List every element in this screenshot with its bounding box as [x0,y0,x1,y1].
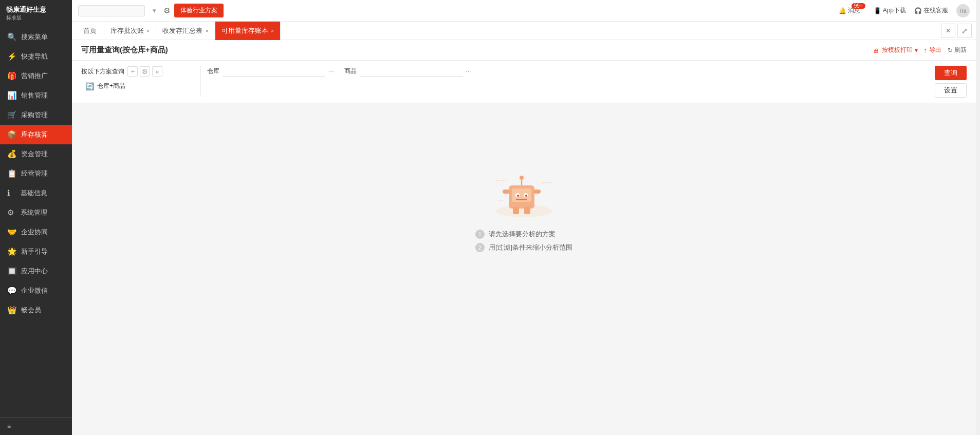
tab-home[interactable]: 首页 [76,22,104,40]
collapse-scheme-button[interactable]: « [152,66,162,77]
page-header: 可用量查询(按仓库+商品) 🖨 按模板打印 ▾ ↑ 导出 ↻ 刷新 [72,40,976,61]
add-scheme-button[interactable]: ＋ [127,66,138,77]
sidebar-item-newbie[interactable]: 🌟 新手引导 [0,242,72,261]
svg-rect-10 [513,207,519,214]
sidebar-item-inventory[interactable]: 📦 库存核算 [0,125,72,144]
main-content: ▾ ⚙ 体验行业方案 🔔 消息 99+ 📱 App下载 🎧 在线客服 Rit [72,0,976,435]
filter-divider [200,66,201,97]
wechat-icon: 💬 [7,286,17,295]
sidebar-item-label: 企业微信 [21,286,48,295]
sidebar-item-app-center[interactable]: 🔲 应用中心 [0,261,72,281]
goods-input[interactable] [360,66,463,77]
topbar-dropdown-icon[interactable]: ▾ [149,7,159,14]
empty-state-illustration [493,170,555,221]
tab-batch-account[interactable]: 库存批次账 × [104,22,156,40]
scheme-item-label: 仓库+商品 [97,82,125,90]
topbar-right: 🔔 消息 99+ 📱 App下载 🎧 在线客服 Rit [839,4,970,17]
sidebar-nav: 🔍 搜索菜单 ⚡ 快捷导航 🎁 营销推广 📊 销售管理 🛒 采购管理 📦 库存核… [0,27,72,417]
export-button[interactable]: ↑ 导出 [924,46,942,54]
sidebar-item-search[interactable]: 🔍 搜索菜单 [0,27,72,47]
sidebar-item-label: 新手引导 [21,247,48,256]
tab-batch-account-label: 库存批次账 [110,26,144,35]
quick-nav-icon: ⚡ [7,52,17,61]
export-label: 导出 [929,46,941,54]
basics-icon: ℹ [7,188,16,198]
hint-text-1: 请先选择要分析的方案 [489,230,556,239]
settings-button[interactable]: 设置 [935,83,967,98]
operations-icon: 📋 [7,169,17,178]
warehouse-input[interactable] [223,66,325,77]
export-icon: ↑ [924,46,928,54]
refresh-label: 刷新 [954,46,967,54]
close-all-tabs-button[interactable]: × [941,24,955,38]
app-center-icon: 🔲 [7,267,17,276]
filter-scheme-label: 按以下方案查询 [81,67,124,76]
sidebar-item-marketing[interactable]: 🎁 营销推广 [0,66,72,86]
hint-num-2: 2 [475,243,485,252]
warehouse-more-button[interactable]: ··· [328,67,334,75]
print-dropdown-icon[interactable]: ▾ [915,47,918,54]
headset-icon: 🎧 [914,7,922,14]
sales-icon: 📊 [7,91,17,100]
app-download-button[interactable]: 📱 App下载 [874,6,906,15]
user-name: Rit [959,8,966,14]
tab-available-ledger[interactable]: 可用量库存账本 × [215,22,281,40]
filter-area: 按以下方案查询 ＋ ⚙ « 🔄 仓库+商品 [72,61,976,103]
sidebar-item-label: 企业协同 [21,228,48,237]
scheme-active-icon: 🔄 [85,82,94,90]
online-service-button[interactable]: 🎧 在线客服 [914,6,948,15]
sidebar-item-label: 库存核算 [21,130,48,139]
sidebar: 畅康通好生意 标准版 🔍 搜索菜单 ⚡ 快捷导航 🎁 营销推广 📊 销售管理 🛒… [0,0,72,435]
user-avatar[interactable]: Rit [956,4,970,17]
tab-collect-summary[interactable]: 收发存汇总表 × [156,22,215,40]
message-button[interactable]: 🔔 消息 99+ [839,6,860,15]
trial-button[interactable]: 体验行业方案 [174,4,224,17]
bell-icon: 🔔 [839,7,846,14]
app-version: 标准版 [6,14,66,22]
scheme-item-warehouse-goods[interactable]: 🔄 仓库+商品 [81,80,162,92]
topbar-search-input[interactable] [78,5,145,16]
sidebar-item-label: 系统管理 [21,208,47,217]
sidebar-item-member[interactable]: 👑 畅会员 [0,300,72,320]
tab-available-ledger-label: 可用量库存账本 [221,26,268,35]
print-button[interactable]: 🖨 按模板打印 ▾ [873,46,918,54]
sidebar-item-sales[interactable]: 📊 销售管理 [0,86,72,105]
filter-fields: 仓库 ··· 商品 ··· [207,66,929,77]
svg-point-5 [517,195,519,197]
right-edge-scrollbar [976,0,980,435]
filter-field-goods: 商品 ··· [344,66,471,77]
empty-hint-1: 1 请先选择要分析的方案 [475,230,572,239]
goods-more-button[interactable]: ··· [466,67,471,75]
svg-point-6 [525,195,527,197]
tab-batch-account-close[interactable]: × [146,28,150,34]
svg-rect-7 [516,199,527,200]
expand-button[interactable]: ⤢ [957,24,972,38]
page-content: 可用量查询(按仓库+商品) 🖨 按模板打印 ▾ ↑ 导出 ↻ 刷新 [72,40,976,435]
tab-available-ledger-close[interactable]: × [271,28,274,34]
sidebar-item-basics[interactable]: ℹ 基础信息 [0,183,72,203]
svg-rect-11 [524,207,530,214]
query-button[interactable]: 查询 [935,66,967,80]
message-badge: 99+ [852,3,865,9]
tab-collect-summary-close[interactable]: × [205,28,208,34]
topbar-gear-icon[interactable]: ⚙ [163,6,170,15]
sidebar-item-quick-nav[interactable]: ⚡ 快捷导航 [0,47,72,66]
enterprise-icon: 🤝 [7,228,17,237]
scheme-list: 🔄 仓库+商品 [81,80,162,92]
sidebar-item-label: 搜索菜单 [21,32,48,42]
home-tab-label: 首页 [83,26,97,35]
sidebar-item-enterprise[interactable]: 🤝 企业协同 [0,222,72,242]
sidebar-item-label: 营销推广 [21,71,48,81]
empty-state-hints: 1 请先选择要分析的方案 2 用[过滤]条件来缩小分析范围 [475,230,572,252]
sidebar-item-label: 应用中心 [21,267,48,276]
warehouse-field-label: 仓库 [207,67,219,75]
sidebar-item-wechat[interactable]: 💬 企业微信 [0,281,72,300]
sidebar-item-purchase[interactable]: 🛒 采购管理 [0,105,72,125]
edit-scheme-button[interactable]: ⚙ [140,66,150,77]
goods-field-label: 商品 [344,67,357,75]
sidebar-item-system[interactable]: ⚙ 系统管理 [0,203,72,222]
sidebar-item-operations[interactable]: 📋 经营管理 [0,164,72,183]
hint-num-1: 1 [475,230,485,239]
sidebar-item-finance[interactable]: 💰 资金管理 [0,144,72,164]
refresh-button[interactable]: ↻ 刷新 [948,46,967,54]
